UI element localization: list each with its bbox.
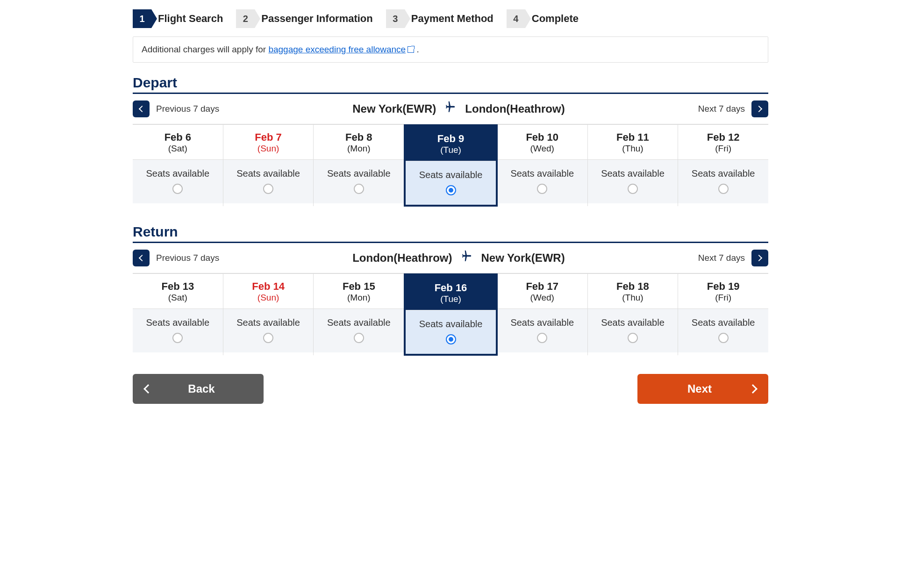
depart-date-option[interactable]: Feb 11(Thu)Seats available [588,125,679,206]
availability-label: Seats available [591,317,675,328]
availability-label: Seats available [316,317,401,328]
weekday-value: (Sun) [226,293,311,303]
depart-date-option[interactable]: Feb 9(Tue)Seats available [404,124,498,207]
availability-label: Seats available [136,168,220,179]
date-header: Feb 6(Sat) [133,125,223,160]
weekday-value: (Fri) [681,293,765,303]
date-value: Feb 12 [681,131,765,143]
radio-icon[interactable] [446,185,456,195]
depart-date-option[interactable]: Feb 10(Wed)Seats available [497,125,588,206]
notice-prefix: Additional charges will apply for [142,44,268,54]
radio-icon[interactable] [446,334,456,344]
date-header: Feb 15(Mon) [314,274,404,309]
date-body: Seats available [223,160,314,203]
depart-date-option[interactable]: Feb 8(Mon)Seats available [314,125,404,206]
next-button[interactable]: Next [637,374,768,404]
date-value: Feb 15 [316,280,401,293]
date-value: Feb 11 [591,131,675,143]
availability-label: Seats available [500,317,585,328]
step-label: Flight Search [158,13,223,25]
return-route-bar: Previous 7 days London(Heathrow) New Yor… [133,243,768,273]
next-label: Next [650,382,750,395]
radio-icon[interactable] [537,333,547,343]
radio-icon[interactable] [263,333,273,343]
radio-icon[interactable] [263,184,273,194]
date-value: Feb 17 [500,280,585,293]
availability-label: Seats available [500,168,585,179]
weekday-value: (Sat) [136,143,220,154]
date-body: Seats available [497,160,587,203]
radio-icon[interactable] [628,184,638,194]
date-body: Seats available [588,309,678,352]
weekday-value: (Sat) [136,293,220,303]
return-date-option[interactable]: Feb 15(Mon)Seats available [314,274,404,355]
date-value: Feb 13 [136,280,220,293]
return-date-option[interactable]: Feb 14(Sun)Seats available [223,274,314,355]
depart-to: London(Heathrow) [465,102,565,115]
return-date-option[interactable]: Feb 18(Thu)Seats available [588,274,679,355]
radio-icon[interactable] [628,333,638,343]
depart-date-option[interactable]: Feb 7(Sun)Seats available [223,125,314,206]
date-header: Feb 14(Sun) [223,274,314,309]
date-header: Feb 13(Sat) [133,274,223,309]
radio-icon[interactable] [172,184,183,194]
date-value: Feb 14 [226,280,311,293]
progress-steps: 1 Flight Search 2 Passenger Information … [133,9,768,28]
radio-icon[interactable] [537,184,547,194]
radio-icon[interactable] [718,333,729,343]
date-header: Feb 18(Thu) [588,274,678,309]
return-date-option[interactable]: Feb 19(Fri)Seats available [678,274,768,355]
weekday-value: (Thu) [591,143,675,154]
date-body: Seats available [678,309,768,352]
date-body: Seats available [314,160,404,203]
weekday-value: (Mon) [316,293,401,303]
depart-date-option[interactable]: Feb 12(Fri)Seats available [678,125,768,206]
availability-label: Seats available [408,319,493,330]
date-body: Seats available [406,310,496,354]
radio-icon[interactable] [172,333,183,343]
return-date-option[interactable]: Feb 16(Tue)Seats available [404,273,498,356]
chevron-right-icon [756,106,762,112]
step-complete: 4 Complete [507,9,579,28]
return-next-button[interactable] [751,250,768,266]
radio-icon[interactable] [354,184,364,194]
radio-icon[interactable] [718,184,729,194]
date-body: Seats available [223,309,314,352]
radio-icon[interactable] [354,333,364,343]
baggage-notice: Additional charges will apply for baggag… [133,36,768,63]
depart-date-option[interactable]: Feb 6(Sat)Seats available [133,125,223,206]
step-number: 2 [236,9,255,28]
date-body: Seats available [314,309,404,352]
date-header: Feb 10(Wed) [497,125,587,160]
availability-label: Seats available [681,168,765,179]
depart-title: Depart [133,75,768,91]
return-prev-button[interactable] [133,250,150,266]
weekday-value: (Tue) [408,294,493,304]
date-value: Feb 10 [500,131,585,143]
date-header: Feb 11(Thu) [588,125,678,160]
depart-prev-button[interactable] [133,100,150,117]
return-route: London(Heathrow) New York(EWR) [352,251,565,265]
weekday-value: (Fri) [681,143,765,154]
depart-date-grid: Feb 6(Sat)Seats availableFeb 7(Sun)Seats… [133,124,768,206]
availability-label: Seats available [226,168,311,179]
date-value: Feb 18 [591,280,675,293]
prev-days-label: Previous 7 days [156,253,219,263]
weekday-value: (Mon) [316,143,401,154]
date-header: Feb 16(Tue) [406,275,496,310]
return-date-option[interactable]: Feb 13(Sat)Seats available [133,274,223,355]
baggage-link[interactable]: baggage exceeding free allowance [268,44,414,54]
date-header: Feb 19(Fri) [678,274,768,309]
weekday-value: (Sun) [226,143,311,154]
step-flight-search: 1 Flight Search [133,9,223,28]
depart-from: New York(EWR) [352,102,436,115]
depart-route-bar: Previous 7 days New York(EWR) London(Hea… [133,94,768,124]
availability-label: Seats available [226,317,311,328]
return-date-option[interactable]: Feb 17(Wed)Seats available [497,274,588,355]
date-header: Feb 7(Sun) [223,125,314,160]
back-button[interactable]: Back [133,374,264,404]
notice-suffix: . [416,44,419,54]
depart-next-button[interactable] [751,100,768,117]
weekday-value: (Wed) [500,143,585,154]
date-value: Feb 6 [136,131,220,143]
